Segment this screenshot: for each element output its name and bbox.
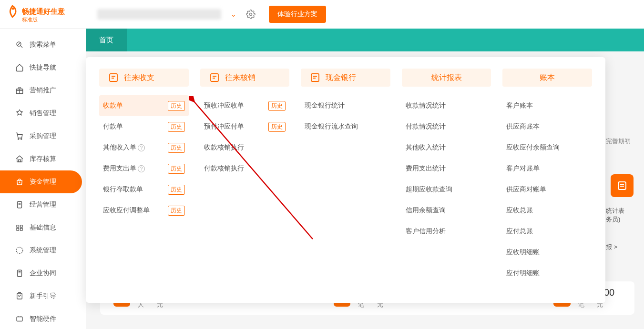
svg-point-0 <box>12 8 14 10</box>
mega-item-label: 付款情况统计 <box>406 122 446 131</box>
mega-item[interactable]: 收款情况统计 <box>402 95 491 116</box>
mega-col-3: 统计报表收款情况统计付款情况统计其他收入统计费用支出统计超期应收款查询信用余额查… <box>396 69 497 284</box>
right-panel: 完善期初 统计表 务员) 报 > <box>606 137 644 251</box>
nav-item-7[interactable]: 经营管理 <box>0 193 86 216</box>
mega-item[interactable]: 客户账本 <box>502 95 592 116</box>
nav-icon <box>15 63 24 72</box>
nav-item-6[interactable]: 资金管理 <box>0 170 82 193</box>
mega-item-label: 收款情况统计 <box>406 101 446 110</box>
nav-item-12[interactable]: 智能硬件 <box>0 308 86 329</box>
mega-item-label: 客户账本 <box>506 101 533 110</box>
col-header-title: 现金银行 <box>326 73 356 83</box>
nav-icon <box>15 132 24 140</box>
mega-item-label: 现金银行流水查询 <box>305 122 358 131</box>
col-header-title: 统计报表 <box>431 73 462 83</box>
sidebar: 畅捷通好生意 标准版 搜索菜单快捷导航营销推广销售管理采购管理库存核算资金管理经… <box>0 0 86 329</box>
nav-label: 智能硬件 <box>30 315 56 323</box>
history-tag[interactable]: 历史 <box>268 101 286 111</box>
history-tag[interactable]: 历史 <box>168 143 185 153</box>
mega-item[interactable]: 现金银行流水查询 <box>301 116 390 137</box>
mega-item[interactable]: 费用支出统计 <box>402 158 491 179</box>
nav-item-0[interactable]: 搜索菜单 <box>0 33 86 56</box>
nav-item-3[interactable]: 销售管理 <box>0 102 86 125</box>
mega-item[interactable]: 付款单历史 <box>99 116 189 137</box>
mega-item[interactable]: 费用支出单?历史 <box>99 158 189 179</box>
nav-item-4[interactable]: 采购管理 <box>0 125 86 148</box>
nav-label: 新手引导 <box>30 292 56 300</box>
nav-icon <box>15 292 24 300</box>
svg-rect-16 <box>18 270 22 277</box>
mega-item-label: 银行存取款单 <box>103 185 143 194</box>
mega-item-label: 收款核销执行 <box>204 143 244 152</box>
mega-col-0: 往来收支收款单历史付款单历史其他收入单?历史费用支出单?历史银行存取款单历史应收… <box>93 69 194 284</box>
mega-item[interactable]: 客户信用分析 <box>402 221 491 242</box>
mega-item[interactable]: 应收应付调整单历史 <box>99 200 189 221</box>
mega-item[interactable]: 银行存取款单历史 <box>99 179 189 200</box>
svg-rect-14 <box>20 229 23 231</box>
history-tag[interactable]: 历史 <box>168 206 185 216</box>
tab-home[interactable]: 首页 <box>86 29 127 51</box>
nav-label: 营销推广 <box>30 86 56 95</box>
nav-item-1[interactable]: 快捷导航 <box>0 56 86 79</box>
mega-item-label: 其他收入统计 <box>406 143 446 152</box>
experience-plan-button[interactable]: 体验行业方案 <box>269 6 326 23</box>
col-header-icon <box>309 72 321 83</box>
nav-icon <box>15 40 24 49</box>
nav-item-2[interactable]: 营销推广 <box>0 79 86 102</box>
header: ⌄ 体验行业方案 <box>86 0 644 29</box>
mega-col-header: 统计报表 <box>402 69 491 87</box>
nav-item-5[interactable]: 库存核算 <box>0 148 86 170</box>
nav-item-10[interactable]: 企业协同 <box>0 262 86 285</box>
col-header-title: 账本 <box>540 73 555 83</box>
mega-item-label: 付款单 <box>103 122 123 131</box>
history-tag[interactable]: 历史 <box>168 185 185 195</box>
mega-item[interactable]: 其他收入单?历史 <box>99 137 189 158</box>
mega-item[interactable]: 应付总账 <box>502 221 592 242</box>
mega-item-label: 应收应付余额查询 <box>506 143 560 152</box>
mega-item[interactable]: 付款情况统计 <box>402 116 491 137</box>
mega-item[interactable]: 应付明细账 <box>502 263 592 284</box>
mega-col-header: 往来核销 <box>200 69 290 87</box>
mega-item[interactable]: 预付冲应付单历史 <box>200 116 290 137</box>
nav-label: 搜索菜单 <box>30 40 56 49</box>
mega-item[interactable]: 付款核销执行 <box>200 158 290 179</box>
svg-rect-11 <box>17 225 19 228</box>
mega-item[interactable]: 收款单历史 <box>99 95 189 116</box>
mega-item[interactable]: 其他收入统计 <box>402 137 491 158</box>
mega-item-label: 其他收入单? <box>103 143 145 152</box>
company-name-blurred[interactable] <box>97 9 221 20</box>
mega-col-1: 往来核销预收冲应收单历史预付冲应付单历史收款核销执行付款核销执行 <box>194 69 296 284</box>
mega-item[interactable]: 信用余额查询 <box>402 200 491 221</box>
mega-item[interactable]: 供应商账本 <box>502 116 592 137</box>
col-header-title: 往来核销 <box>225 73 256 83</box>
history-tag[interactable]: 历史 <box>268 122 286 132</box>
mega-item-label: 供应商对账单 <box>506 185 546 194</box>
help-icon[interactable]: ? <box>138 165 145 172</box>
mega-item[interactable]: 超期应收款查询 <box>402 179 491 200</box>
mega-item[interactable]: 供应商对账单 <box>502 179 592 200</box>
svg-rect-28 <box>311 74 319 81</box>
chevron-down-icon[interactable]: ⌄ <box>231 10 236 18</box>
mega-item[interactable]: 应收应付余额查询 <box>502 137 592 158</box>
mega-item[interactable]: 现金银行统计 <box>301 95 390 116</box>
mega-item[interactable]: 客户对账单 <box>502 158 592 179</box>
nav-item-8[interactable]: 基础信息 <box>0 216 86 239</box>
nav-icon <box>15 223 24 232</box>
history-tag[interactable]: 历史 <box>168 101 185 111</box>
history-tag[interactable]: 历史 <box>168 164 185 174</box>
gear-icon[interactable] <box>246 10 256 19</box>
nav-label: 系统管理 <box>30 246 56 255</box>
nav-label: 基础信息 <box>30 223 56 232</box>
mega-item[interactable]: 应收总账 <box>502 200 592 221</box>
mega-item[interactable]: 预收冲应收单历史 <box>200 95 290 116</box>
mega-item-label: 应付总账 <box>506 227 533 236</box>
help-icon[interactable]: ? <box>138 144 145 151</box>
mega-item[interactable]: 应收明细账 <box>502 242 592 263</box>
nav-item-11[interactable]: 新手引导 <box>0 285 86 308</box>
right-label-3[interactable]: 报 > <box>606 243 644 251</box>
nav-icon <box>15 109 24 118</box>
history-tag[interactable]: 历史 <box>168 122 185 132</box>
nav-item-9[interactable]: 系统管理 <box>0 239 86 262</box>
mega-item[interactable]: 收款核销执行 <box>200 137 290 158</box>
right-orange-icon[interactable] <box>611 174 634 197</box>
